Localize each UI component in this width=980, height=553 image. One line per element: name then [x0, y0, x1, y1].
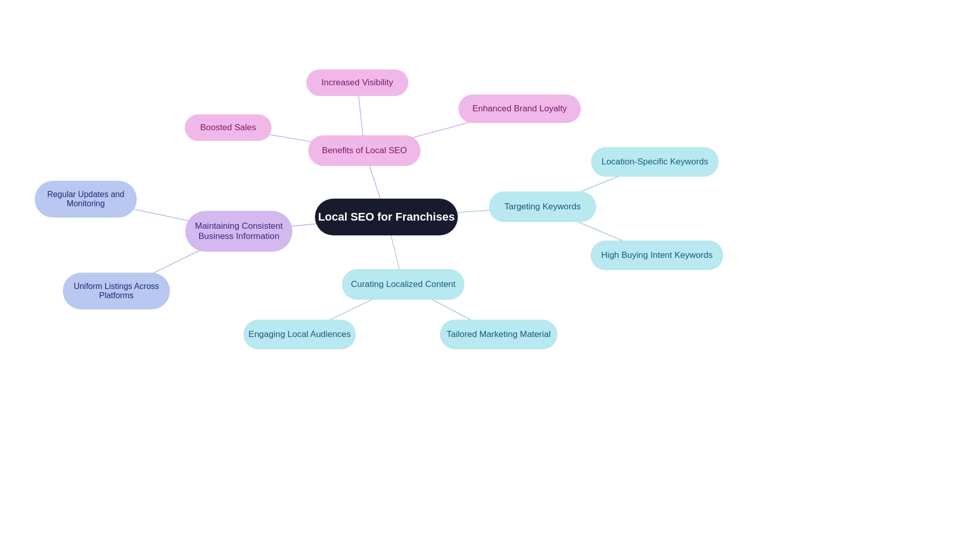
high-buying-node: High Buying Intent Keywords [591, 241, 723, 270]
boosted-sales-node: Boosted Sales [185, 114, 272, 141]
benefits-label: Benefits of Local SEO [322, 146, 407, 156]
benefits-node: Benefits of Local SEO [308, 135, 421, 166]
tailored-node: Tailored Marketing Material [440, 320, 557, 349]
location-specific-label: Location-Specific Keywords [602, 157, 708, 167]
regular-updates-label: Regular Updates and Monitoring [35, 190, 137, 208]
tailored-label: Tailored Marketing Material [447, 329, 551, 340]
targeting-label: Targeting Keywords [504, 202, 580, 212]
high-buying-label: High Buying Intent Keywords [601, 250, 713, 260]
curating-node: Curating Localized Content [342, 269, 464, 300]
engaging-node: Engaging Local Audiences [243, 320, 356, 349]
location-specific-node: Location-Specific Keywords [591, 147, 719, 177]
center-label: Local SEO for Franchises [318, 210, 455, 224]
boosted-sales-label: Boosted Sales [200, 123, 256, 133]
maintaining-node: Maintaining Consistent Business Informat… [185, 211, 292, 252]
regular-updates-node: Regular Updates and Monitoring [35, 181, 137, 218]
enhanced-brand-label: Enhanced Brand Loyalty [472, 104, 567, 114]
engaging-label: Engaging Local Audiences [249, 329, 351, 340]
center-node: Local SEO for Franchises [315, 199, 458, 235]
increased-visibility-label: Increased Visibility [322, 78, 393, 88]
maintaining-label: Maintaining Consistent Business Informat… [185, 221, 292, 242]
increased-visibility-node: Increased Visibility [306, 69, 408, 96]
uniform-listings-label: Uniform Listings Across Platforms [63, 282, 170, 300]
uniform-listings-node: Uniform Listings Across Platforms [63, 273, 170, 309]
enhanced-brand-node: Enhanced Brand Loyalty [458, 94, 581, 123]
targeting-node: Targeting Keywords [489, 191, 596, 222]
curating-label: Curating Localized Content [351, 279, 455, 290]
